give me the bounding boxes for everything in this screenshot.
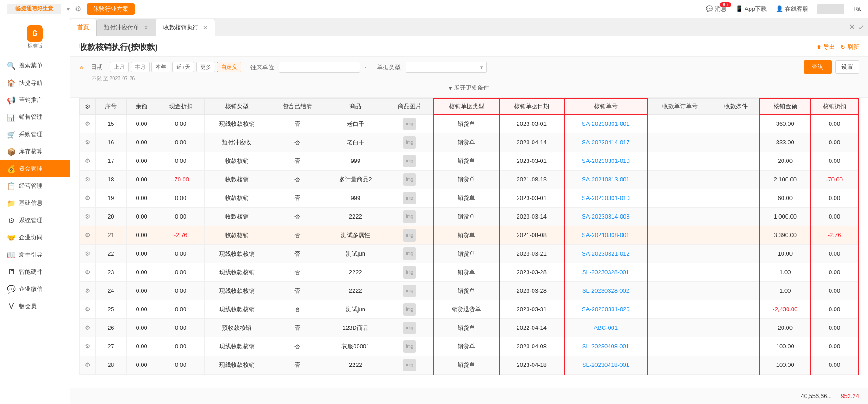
sidebar-item-guide[interactable]: 📖 新手引导	[0, 246, 70, 263]
app-download-btn[interactable]: 📱 App下载	[736, 5, 767, 13]
th-settings[interactable]: ⚙	[80, 98, 96, 114]
sidebar-item-finance[interactable]: 💰 资金管理	[0, 160, 70, 177]
cell-doc-no-3[interactable]: SA-20210813-001	[564, 170, 647, 189]
sidebar-item-inventory[interactable]: 📦 库存核算	[0, 143, 70, 160]
cell-include-settled-10: 否	[269, 300, 325, 318]
table-row: ⚙ 25 0.00 0.00 现线收款核销 否 测试jun img 销货退货单 …	[80, 300, 859, 318]
cell-settings-2[interactable]: ⚙	[80, 152, 96, 170]
sidebar-item-quicknav[interactable]: 🏠 快捷导航	[0, 74, 70, 91]
sidebar-label-system: 系统管理	[19, 216, 42, 224]
cell-doc-no-2[interactable]: SA-20230301-010	[564, 152, 647, 170]
sidebar-item-operation[interactable]: 📋 经营管理	[0, 177, 70, 195]
sidebar-item-basic[interactable]: 📁 基础信息	[0, 195, 70, 212]
cell-doc-no-7[interactable]: SA-20230321-012	[564, 244, 647, 263]
cell-settings-6[interactable]: ⚙	[80, 226, 96, 244]
cell-settings-0[interactable]: ⚙	[80, 114, 96, 133]
logo-chevron-icon[interactable]: ▾	[67, 6, 70, 12]
cell-include-settled-9: 否	[269, 281, 325, 300]
cell-doc-no-1[interactable]: SA-20230414-017	[564, 133, 647, 152]
sidebar-item-wechat[interactable]: 💬 企业微信	[0, 280, 70, 298]
expand-icon: ▾	[449, 85, 452, 91]
sidebar-item-sales[interactable]: 📊 销售管理	[0, 109, 70, 126]
tab-expand-icon[interactable]: ⤢	[859, 23, 864, 31]
cell-doc-type-0: 销货单	[434, 114, 499, 133]
filter-collapse-btn[interactable]: »	[79, 62, 84, 72]
date-btn-more[interactable]: 更多	[196, 62, 215, 72]
search-icon: 🔍	[7, 62, 15, 70]
cell-doc-no-8[interactable]: SL-20230328-001	[564, 263, 647, 281]
export-btn[interactable]: ⬆ 导出	[816, 43, 835, 51]
cell-doc-date-1: 2023-04-14	[499, 133, 564, 152]
tab-writeoff-close-icon[interactable]: ✕	[203, 24, 208, 31]
cell-settings-10[interactable]: ⚙	[80, 300, 96, 318]
cell-settings-13[interactable]: ⚙	[80, 356, 96, 374]
page-title: 收款核销执行(按收款)	[79, 42, 158, 52]
date-btn-thisyear[interactable]: 本年	[151, 62, 170, 72]
sidebar-item-search[interactable]: 🔍 搜索菜单	[0, 57, 70, 74]
cell-receipt-order-no-9	[647, 281, 712, 300]
sidebar-item-vip[interactable]: V 畅会员	[0, 298, 70, 315]
online-service-btn[interactable]: 👤 在线客服	[776, 5, 808, 13]
messages-btn[interactable]: 💬 消息 99+	[706, 5, 726, 13]
cell-include-settled-13: 否	[269, 356, 325, 374]
date-btn-7days[interactable]: 近7天	[172, 62, 194, 72]
cell-settings-12[interactable]: ⚙	[80, 337, 96, 356]
content-area: 收款核销执行(按收款) ⬆ 导出 ↻ 刷新 » 日期	[70, 36, 868, 404]
sidebar-item-purchase[interactable]: 🛒 采购管理	[0, 126, 70, 143]
sidebar-item-system[interactable]: ⚙ 系统管理	[0, 212, 70, 229]
date-btn-lastmonth[interactable]: 上月	[110, 62, 129, 72]
cell-settings-7[interactable]: ⚙	[80, 244, 96, 263]
cell-settings-5[interactable]: ⚙	[80, 207, 96, 226]
cell-doc-no-12[interactable]: SL-20230408-001	[564, 337, 647, 356]
cell-settings-8[interactable]: ⚙	[80, 263, 96, 281]
cell-seq-0: 15	[96, 114, 127, 133]
cell-settings-9[interactable]: ⚙	[80, 281, 96, 300]
cell-receipt-terms-8	[712, 263, 760, 281]
cell-writeoff-type-9: 现线收款核销	[204, 281, 269, 300]
cell-doc-type-6: 销货单	[434, 226, 499, 244]
cell-product-4: 999	[325, 189, 386, 207]
cell-balance-1: 0.00	[126, 133, 157, 152]
tab-home[interactable]: 首页	[70, 19, 97, 36]
sidebar-item-marketing[interactable]: 📢 营销推广	[0, 91, 70, 109]
cell-include-settled-6: 否	[269, 226, 325, 244]
cell-settings-3[interactable]: ⚙	[80, 170, 96, 189]
partner-label: 往来单位	[250, 64, 274, 71]
sidebar-item-corp[interactable]: 🤝 企业协同	[0, 229, 70, 246]
refresh-btn[interactable]: ↻ 刷新	[840, 43, 859, 51]
cell-writeoff-discount-1: 0.00	[810, 133, 859, 152]
cell-doc-no-0[interactable]: SA-20230301-001	[564, 114, 647, 133]
cell-doc-no-5[interactable]: SA-20230314-008	[564, 207, 647, 226]
cell-doc-no-13[interactable]: SL-20230418-001	[564, 356, 647, 374]
settings-btn[interactable]: 设置	[835, 60, 859, 74]
cell-settings-4[interactable]: ⚙	[80, 189, 96, 207]
th-doc-no: 核销单号	[564, 98, 647, 114]
cell-writeoff-discount-6: -2.76	[810, 226, 859, 244]
cell-receipt-order-no-5	[647, 207, 712, 226]
date-btn-thismonth[interactable]: 本月	[131, 62, 150, 72]
cell-writeoff-amount-9: 1.00	[760, 281, 810, 300]
tab-prepay[interactable]: 预付冲应付单 ✕	[97, 19, 156, 36]
cell-doc-no-9[interactable]: SL-20230328-002	[564, 281, 647, 300]
user-avatar[interactable]	[817, 4, 844, 14]
cell-doc-no-10[interactable]: SA-20230331-026	[564, 300, 647, 318]
cell-writeoff-amount-12: 100.00	[760, 337, 810, 356]
cell-settings-11[interactable]: ⚙	[80, 318, 96, 337]
tab-writeoff[interactable]: 收款核销执行 ✕	[156, 19, 215, 36]
cell-doc-no-4[interactable]: SA-20230301-010	[564, 189, 647, 207]
cell-seq-4: 19	[96, 189, 127, 207]
sidebar-item-hardware[interactable]: 🖥 智能硬件	[0, 263, 70, 280]
settings-icon[interactable]: ⚙	[75, 5, 81, 13]
cell-doc-no-11[interactable]: ABC-001	[564, 318, 647, 337]
tab-close-all-icon[interactable]: ✕	[849, 23, 855, 31]
partner-input[interactable]	[279, 62, 360, 73]
cell-settings-1[interactable]: ⚙	[80, 133, 96, 152]
query-btn[interactable]: 查询	[804, 60, 832, 74]
doctype-select[interactable]	[406, 62, 487, 73]
cell-doc-no-6[interactable]: SA-20210808-001	[564, 226, 647, 244]
cell-writeoff-type-5: 收款核销	[204, 207, 269, 226]
industry-btn[interactable]: 休验行业方案	[87, 3, 135, 15]
date-btn-custom[interactable]: 自定义	[217, 62, 241, 72]
tab-prepay-close-icon[interactable]: ✕	[144, 24, 148, 31]
expand-more-btn[interactable]: ▾ 展开更多条件	[449, 84, 489, 92]
